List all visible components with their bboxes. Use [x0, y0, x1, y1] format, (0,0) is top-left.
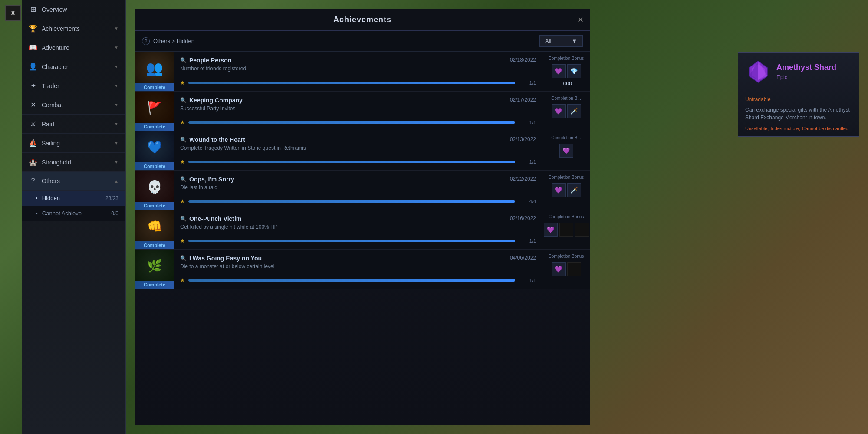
progress-text: 1/1 — [519, 278, 536, 283]
achievement-name: People Person — [189, 57, 231, 64]
sidebar-item-others[interactable]: ? Others ▲ — [22, 172, 125, 191]
panel-header: Achievements ✕ — [135, 9, 590, 31]
panel-close-button[interactable]: ✕ — [577, 15, 584, 25]
bonus-icons: 💜 💎 — [552, 64, 581, 78]
thumb-image: 🌿 — [135, 250, 174, 282]
hidden-count: 23/23 — [105, 195, 118, 201]
sidebar-item-adventure[interactable]: 📖 Adventure ▼ — [22, 38, 125, 57]
achievement-date: 04/06/2022 — [510, 255, 536, 261]
achievement-top: 🔍 Wound to the Heart Complete Tragedy Wr… — [180, 136, 536, 151]
sidebar-item-trader[interactable]: ✦ Trader ▼ — [22, 76, 125, 95]
completion-bonus: Completion Bonus 💜 💎 1000 — [542, 52, 590, 91]
gem-icon: 💜 — [552, 64, 566, 78]
bonus-icons: 💜 🗡️ — [552, 183, 581, 197]
progress-fill — [188, 200, 515, 203]
sidebar-label-combat: Combat — [42, 102, 114, 108]
sidebar-subitem-cannot-achieve[interactable]: ● Cannot Achieve 0/0 — [22, 206, 125, 221]
sidebar-item-character[interactable]: 👤 Character ▼ — [22, 57, 125, 76]
thumb-image: 👥 — [135, 52, 174, 84]
sidebar-subitem-hidden[interactable]: ● Hidden 23/23 — [22, 191, 125, 206]
progress-text: 1/1 — [519, 238, 536, 243]
star-icon: ★ — [180, 238, 185, 244]
chevron-icon: ▼ — [114, 45, 118, 50]
gem-icon: 💜 — [544, 223, 558, 237]
tooltip-item-title: Amethyst Shard — [776, 63, 836, 72]
trophy-icon: 🏆 — [29, 24, 37, 33]
combat-icon: ✕ — [29, 101, 37, 109]
raid-icon: ⚔ — [29, 120, 37, 128]
thumb-image: 💀 — [135, 171, 174, 203]
progress-fill — [188, 121, 515, 124]
breadcrumb-path: Others > Hidden — [153, 38, 194, 44]
achievement-date: 02/18/2022 — [510, 57, 536, 63]
achievement-bottom: ★ 4/4 — [180, 198, 536, 204]
achievement-name: One-Punch Victim — [189, 215, 241, 222]
sidebar: ⊞ Overview 🏆 Achievements ▼ 📖 Adventure … — [22, 0, 126, 434]
achievement-desc: Number of friends registered — [180, 66, 246, 72]
sidebar-label-stronghold: Stronghold — [42, 159, 114, 166]
help-icon: ? — [142, 37, 150, 45]
achievement-info: 🔍 Keeping Company Successful Party Invit… — [174, 92, 542, 131]
star-icon: ★ — [180, 277, 185, 283]
sidebar-item-combat[interactable]: ✕ Combat ▼ — [22, 95, 125, 115]
tooltip-title-block: Amethyst Shard Epic — [776, 63, 836, 80]
progress-fill — [188, 82, 515, 84]
filter-bar: ? Others > Hidden All ▼ — [135, 31, 590, 52]
sidebar-label-trader: Trader — [42, 82, 114, 89]
star-icon: ★ — [180, 198, 185, 204]
person-icon: 👤 — [29, 62, 37, 71]
bonus-icons: 💜 — [544, 223, 589, 237]
sidebar-item-sailing[interactable]: ⛵ Sailing ▼ — [22, 134, 125, 153]
achievements-panel: Achievements ✕ ? Others > Hidden All ▼ 👥… — [135, 9, 590, 425]
completion-bonus: Completion B... 💜 — [542, 131, 590, 170]
star-icon: ★ — [180, 159, 185, 165]
tooltip-tag: Cannot be dismantled — [802, 126, 848, 131]
achievement-thumbnail: 👥 Complete — [135, 52, 174, 91]
name-row: 🔍 One-Punch Victim — [180, 215, 278, 222]
chevron-icon: ▼ — [114, 160, 118, 164]
achievement-bottom: ★ 1/1 — [180, 159, 536, 165]
chevron-icon: ▼ — [114, 141, 118, 145]
progress-text: 1/1 — [519, 120, 536, 125]
progress-text: 1/1 — [519, 159, 536, 164]
game-close-button[interactable]: X — [5, 5, 21, 21]
achievement-thumbnail: 💙 Complete — [135, 131, 174, 170]
tooltip-panel: Amethyst Shard Epic Untradable Can excha… — [738, 52, 859, 137]
achievement-bottom: ★ 1/1 — [180, 119, 536, 125]
achievement-bottom: ★ 1/1 — [180, 277, 536, 283]
gem-icon: 💜 — [559, 144, 573, 158]
gem-icon: 💜 — [552, 183, 566, 197]
bonus-label: Completion Bonus — [549, 56, 584, 61]
achievement-row: 💀 Complete 🔍 Oops, I'm Sorry Die last in… — [135, 171, 590, 210]
achievement-date: 02/17/2022 — [510, 97, 536, 103]
achievement-name: I Was Going Easy on You — [189, 255, 262, 262]
star-icon: ★ — [180, 119, 185, 125]
sidebar-item-overview[interactable]: ⊞ Overview — [22, 0, 125, 19]
chevron-icon: ▼ — [114, 102, 118, 107]
name-row: 🔍 Keeping Company — [180, 97, 243, 104]
tooltip-body: Untradable Can exchange special gifts wi… — [738, 91, 859, 136]
search-icon: 🔍 — [180, 176, 187, 182]
sidebar-label-overview: Overview — [42, 6, 118, 13]
search-icon: 🔍 — [180, 57, 187, 63]
tooltip-description: Can exchange special gifts with the Amet… — [745, 106, 852, 122]
sidebar-item-achievements[interactable]: 🏆 Achievements ▼ — [22, 19, 125, 38]
bonus-value: 1000 — [560, 81, 572, 87]
item-icon: 🗡️ — [567, 183, 581, 197]
tooltip-rarity: Epic — [776, 74, 836, 80]
progress-fill — [188, 161, 515, 163]
tooltip-untradable: Untradable — [745, 96, 852, 102]
achievement-desc: Die to a monster at or below certain lev… — [180, 263, 274, 270]
progress-bar — [188, 82, 515, 84]
achievement-thumbnail: 💀 Complete — [135, 171, 174, 210]
progress-text: 1/1 — [519, 80, 536, 85]
sidebar-item-raid[interactable]: ⚔ Raid ▼ — [22, 115, 125, 134]
sidebar-item-stronghold[interactable]: 🏰 Stronghold ▼ — [22, 153, 125, 172]
breadcrumb: ? Others > Hidden — [142, 37, 539, 45]
stronghold-icon: 🏰 — [29, 158, 37, 166]
completion-bonus: Completion Bonus 💜 🗡️ — [542, 171, 590, 210]
achievement-desc: Successful Party Invites — [180, 105, 243, 112]
gem-icon: 💜 — [552, 262, 566, 276]
chevron-icon: ▼ — [114, 26, 118, 31]
filter-dropdown[interactable]: All ▼ — [539, 35, 583, 47]
